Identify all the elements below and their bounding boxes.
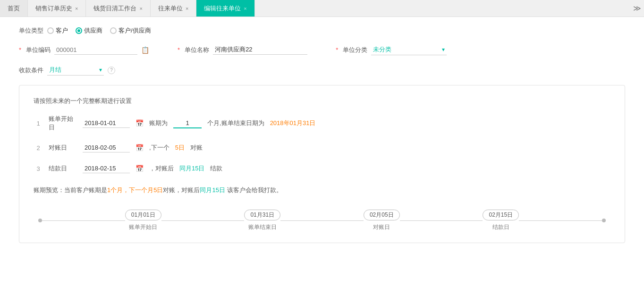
radio-customer-circle: [47, 27, 54, 34]
unit-type-radio-group: 客户 供应商 客户/供应商: [47, 26, 151, 35]
billing-row-2-type: 对账日: [49, 144, 77, 152]
preview-mid: 对账，对账后: [163, 186, 200, 194]
payment-terms-arrow-icon: ▾: [99, 67, 102, 73]
unit-category-value: 未分类: [373, 45, 440, 54]
timeline-label-2: 账单结束日: [248, 223, 277, 231]
payment-date-input[interactable]: [83, 164, 130, 173]
billing-row-3-type: 结款日: [49, 164, 77, 173]
billing-row-1: 1 账单开始日 📅 账期为 个月,账单结束日期为 2018年01月31日: [34, 115, 610, 132]
tab-partner-unit-label: 往来单位: [158, 4, 183, 13]
tab-edit-partner-close[interactable]: ×: [244, 6, 246, 11]
timeline-line-2: [161, 220, 245, 221]
unit-code-required: *: [19, 46, 21, 53]
reconciliation-date-calendar-icon[interactable]: 📅: [136, 144, 144, 152]
unit-type-row: 单位类型 客户 供应商 客户/供应商: [19, 26, 625, 35]
unit-info-row: * 单位编码 📋 * 单位名称 * 单位分类 未分类 ▾: [19, 44, 625, 55]
billing-row-2-prefix: ,下一个: [149, 144, 169, 152]
tab-partner-unit[interactable]: 往来单位 ×: [151, 0, 196, 17]
payment-terms-help-icon[interactable]: ?: [108, 67, 115, 74]
reconciliation-date-input[interactable]: [83, 143, 130, 152]
timeline-point-1: 01月01日 账单开始日: [125, 210, 161, 231]
payment-terms-label: 收款条件: [19, 66, 43, 75]
timeline-line-4: [400, 220, 483, 221]
unit-category-dropdown[interactable]: 未分类 ▾: [371, 44, 447, 55]
billing-row-2-number: 2: [34, 144, 43, 152]
unit-category-field: * 单位分类 未分类 ▾: [336, 44, 447, 55]
timeline-badge-4: 02月15日: [483, 210, 519, 220]
payment-terms-field: 收款条件 月结 ▾ ?: [19, 65, 115, 76]
billing-row-3: 3 结款日 📅 ，对账后 同月15日 结款: [34, 164, 610, 173]
radio-both-circle: [110, 27, 117, 34]
unit-name-required: *: [178, 46, 180, 53]
tab-expand-button[interactable]: ≫: [630, 0, 644, 17]
timeline-badge-2: 01月31日: [244, 210, 280, 220]
timeline-label-3: 对账日: [373, 223, 390, 231]
timeline-left-dot: [38, 219, 42, 222]
tab-sales-history-label: 销售订单历史: [35, 4, 72, 13]
radio-both[interactable]: 客户/供应商: [110, 26, 151, 35]
payment-terms-value: 月结: [49, 66, 97, 74]
radio-supplier-label: 供应商: [84, 26, 102, 35]
billing-end-date-highlight: 2018年01月31日: [270, 119, 316, 127]
unit-code-label: 单位编码: [26, 46, 51, 54]
timeline-line-5: [519, 220, 602, 221]
timeline-right-dot: [602, 219, 606, 222]
tab-edit-partner[interactable]: 编辑往来单位 ×: [196, 0, 254, 17]
tab-sales-history[interactable]: 销售订单历史 ×: [28, 0, 86, 17]
unit-type-field: 单位类型 客户 供应商 客户/供应商: [19, 26, 151, 35]
billing-period-card: 请按照未来的一个完整帐期进行设置 1 账单开始日 📅 账期为 个月,账单结束日期…: [19, 85, 625, 243]
preview-reconcile-day: 下一个月5日: [129, 186, 163, 194]
card-instruction: 请按照未来的一个完整帐期进行设置: [34, 97, 610, 105]
unit-name-label: 单位名称: [185, 46, 209, 54]
preview-end: 该客户会给我打款。: [225, 186, 282, 194]
tab-edit-partner-label: 编辑往来单位: [204, 4, 241, 13]
timeline: 01月01日 账单开始日 01月31日 账单结束日 02月05日 对账日 02月…: [34, 205, 610, 231]
billing-row-1-period-label: 账期为: [149, 119, 168, 127]
unit-code-input[interactable]: [54, 45, 137, 55]
tab-cash-work-close[interactable]: ×: [139, 6, 142, 11]
preview-period: 1个月，: [107, 186, 129, 194]
preview-label: 账期预览：当前客户账期是: [34, 186, 107, 194]
timeline-label-1: 账单开始日: [129, 223, 157, 231]
main-content: 单位类型 客户 供应商 客户/供应商 * 单位编码: [0, 17, 644, 287]
radio-customer-label: 客户: [56, 26, 68, 35]
billing-row-3-suffix: 结款: [210, 164, 222, 173]
tab-cash-work[interactable]: 钱货日清工作台 ×: [86, 0, 150, 17]
timeline-line-1: [42, 220, 125, 221]
timeline-label-4: 结款日: [492, 223, 509, 231]
unit-code-copy-icon[interactable]: 📋: [141, 46, 149, 54]
tab-home[interactable]: 首页: [0, 0, 28, 17]
billing-row-2: 2 对账日 📅 ,下一个 5日 对账: [34, 143, 610, 152]
timeline-point-4: 02月15日 结款日: [483, 210, 519, 231]
payment-terms-dropdown[interactable]: 月结 ▾: [47, 65, 104, 76]
tab-sales-history-close[interactable]: ×: [75, 6, 78, 11]
unit-category-arrow-icon: ▾: [442, 46, 445, 53]
radio-supplier[interactable]: 供应商: [76, 26, 102, 35]
timeline-badge-3: 02月05日: [364, 210, 400, 220]
radio-both-label: 客户/供应商: [119, 26, 151, 35]
payment-date-calendar-icon[interactable]: 📅: [136, 165, 144, 172]
billing-row-3-number: 3: [34, 165, 43, 172]
timeline-badge-1: 01月01日: [125, 210, 161, 220]
unit-code-field: * 单位编码 📋: [19, 45, 149, 55]
billing-start-date-calendar-icon[interactable]: 📅: [136, 119, 144, 127]
billing-row-3-highlight: 同月15日: [179, 164, 204, 173]
billing-row-2-highlight: 5日: [175, 144, 185, 152]
tab-partner-unit-close[interactable]: ×: [186, 6, 188, 11]
preview-payment-day: 同月15日: [200, 186, 225, 194]
tab-bar: 首页 销售订单历史 × 钱货日清工作台 × 往来单位 × 编辑往来单位 × ≫: [0, 0, 644, 17]
billing-row-1-type: 账单开始日: [49, 115, 77, 132]
billing-row-2-suffix: 对账: [190, 144, 203, 152]
billing-row-1-number: 1: [34, 120, 43, 127]
tab-home-label: 首页: [8, 4, 20, 13]
timeline-point-2: 01月31日 账单结束日: [244, 210, 280, 231]
billing-period-input[interactable]: [173, 118, 202, 128]
billing-row-3-prefix: ，对账后: [149, 164, 174, 173]
preview-text: 账期预览：当前客户账期是1个月，下一个月5日对账，对账后同月15日 该客户会给我…: [34, 185, 610, 195]
radio-supplier-circle: [76, 27, 82, 34]
unit-name-input[interactable]: [213, 45, 307, 55]
billing-start-date-input[interactable]: [83, 118, 130, 128]
radio-customer[interactable]: 客户: [47, 26, 68, 35]
timeline-line-3: [280, 220, 364, 221]
unit-category-label: 单位分类: [343, 46, 367, 54]
